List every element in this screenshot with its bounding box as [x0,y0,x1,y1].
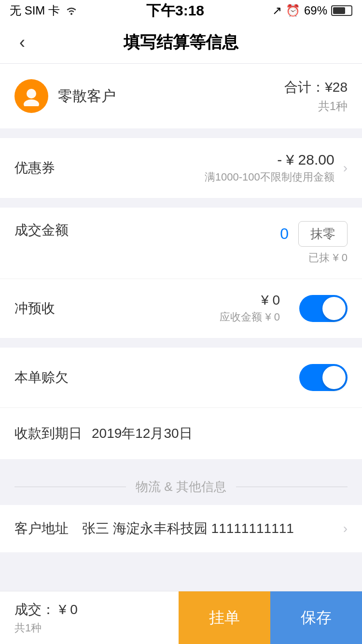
prepay-label: 冲预收 [14,299,72,318]
logistics-label: 物流 & 其他信息 [126,478,236,495]
debt-section: 本单赊欠 收款到期日 2019年12月30日 [0,348,362,459]
svg-point-1 [27,89,36,98]
round-zero-button[interactable]: 抹零 [298,221,348,247]
status-left: 无 SIM 卡 [10,3,78,18]
prepay-row: 冲预收 ¥ 0 应收金额 ¥ 0 [0,279,362,338]
customer-left: 零散客户 [14,79,116,113]
page-title: 填写结算等信息 [124,31,238,54]
deal-amount-row: 成交金额 0 抹零 已抹 ¥ 0 [0,208,362,279]
deal-amount-value: 0 [280,225,289,243]
customer-row: 零散客户 合计：¥28 共1种 [0,64,362,128]
save-button[interactable]: 保存 [270,591,362,644]
address-row[interactable]: 客户地址 张三 海淀永丰科技园 11111111111 › [0,505,362,552]
coupon-right: - ¥ 28.00 满1000-100不限制使用金额 [205,152,334,184]
bottom-deal-label: 成交： ¥ 0 [14,601,164,619]
customer-section: 零散客户 合计：¥28 共1种 [0,64,362,128]
avatar [14,79,48,113]
alarm-icon: ⏰ [286,4,300,17]
carrier-label: 无 SIM 卡 [10,3,60,18]
deal-right: 0 抹零 [280,221,348,247]
debt-row: 本单赊欠 [0,348,362,407]
status-right: ↗ ⏰ 69% [272,4,352,17]
chevron-right-icon: › [343,160,348,176]
status-time: 下午3:18 [146,1,204,21]
svg-point-2 [24,99,39,106]
header-line-right [236,487,348,487]
prepay-toggle[interactable] [299,295,348,322]
content: 零散客户 合计：¥28 共1种 优惠券 - ¥ 28.00 满1000-100不… [0,64,362,620]
coupon-desc: 满1000-100不限制使用金额 [205,170,334,184]
hang-order-button[interactable]: 挂单 [179,591,270,644]
address-value: 张三 海淀永丰科技园 11111111111 [82,519,339,538]
coupon-label: 优惠券 [14,159,72,177]
coupon-row[interactable]: 优惠券 - ¥ 28.00 满1000-100不限制使用金额 › [0,138,362,198]
avatar-icon [21,86,42,106]
header-line-left [14,487,126,487]
bottom-count: 共1种 [14,621,164,635]
prepay-amount: ¥ 0 [220,293,280,308]
debt-label: 本单赊欠 [14,368,72,387]
prepay-receivable: 应收金额 ¥ 0 [220,310,280,324]
due-date-label: 收款到期日 [14,424,82,443]
total-count: 共1种 [284,98,348,114]
coupon-section: 优惠券 - ¥ 28.00 满1000-100不限制使用金额 › [0,138,362,198]
address-chevron-icon: › [343,521,348,536]
debt-toggle-knob [322,366,346,389]
back-button[interactable]: ‹ [14,28,30,57]
location-icon: ↗ [272,4,282,17]
coupon-amount: - ¥ 28.00 [205,152,334,168]
toggle-knob [322,297,346,320]
bottom-bar: 成交： ¥ 0 共1种 挂单 保存 [0,591,362,644]
battery-icon [331,5,352,16]
status-bar: 无 SIM 卡 下午3:18 ↗ ⏰ 69% [0,0,362,21]
due-date-value: 2019年12月30日 [92,424,193,443]
wifi-icon [65,6,78,15]
nav-bar: ‹ 填写结算等信息 [0,21,362,64]
prepay-info: ¥ 0 应收金额 ¥ 0 [220,293,280,324]
address-label: 客户地址 [14,519,72,538]
deal-amount-label: 成交金额 [14,221,72,239]
deal-section: 成交金额 0 抹零 已抹 ¥ 0 冲预收 ¥ 0 应收金额 ¥ 0 [0,208,362,338]
logistics-header: 物流 & 其他信息 [0,469,362,505]
already-rounded-label: 已抹 ¥ 0 [308,251,348,265]
total-amount: 合计：¥28 [284,78,348,97]
battery-label: 69% [304,4,327,17]
svg-point-0 [70,13,72,15]
customer-name: 零散客户 [58,86,116,106]
customer-right: 合计：¥28 共1种 [284,78,348,114]
due-date-row: 收款到期日 2019年12月30日 [0,407,362,459]
bottom-summary: 成交： ¥ 0 共1种 [0,601,179,635]
debt-toggle[interactable] [299,364,348,391]
